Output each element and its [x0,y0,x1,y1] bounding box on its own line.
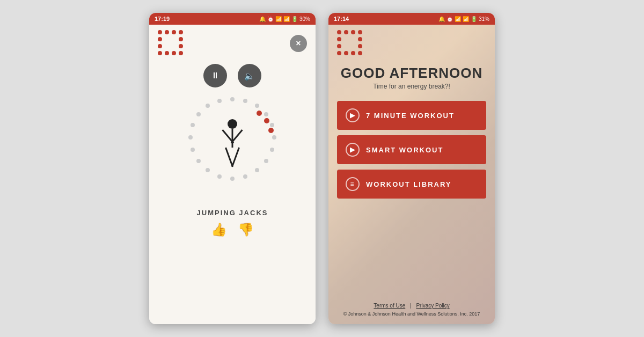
logo-dot [165,44,169,48]
app-logo-right [337,30,363,56]
svg-point-5 [272,135,276,140]
logo-dot [344,30,348,34]
greeting-subtitle: Time for an energy break?! [341,83,482,90]
seven-minute-workout-label: 7 MINUTE WORKOUT [366,112,455,120]
logo-dot [179,37,183,41]
logo-dot [179,51,183,55]
left-status-icons: 🔔 ⏰ 📶 📶 🔋 30% [259,16,310,22]
logo-dot [351,30,355,34]
logo-dot [172,37,176,41]
logo-dot [158,51,162,55]
logo-dot [158,37,162,41]
logo-dot [165,30,169,34]
thumbs-up-button[interactable]: 👍 [211,222,227,237]
greeting-section: GOOD AFTERNOON Time for an energy break?… [341,65,482,90]
logo-dot [358,44,362,48]
right-time: 17:14 [334,16,349,22]
list-icon: ≡ [346,177,360,191]
play-icon: ▶ [346,108,360,122]
thumbs-down-button[interactable]: 👎 [238,222,254,237]
workout-library-label: WORKOUT LIBRARY [366,180,452,188]
volume-button[interactable]: 🔈 [238,64,261,87]
svg-point-17 [196,112,201,116]
svg-point-4 [270,123,274,127]
svg-point-6 [270,148,274,152]
battery-level: 30% [299,16,310,22]
play-icon: ▶ [346,143,360,157]
logo-dot [351,37,355,41]
figure-head [228,119,237,129]
wifi-icon: 📶 [275,16,282,22]
logo-dot [158,44,162,48]
signal-icon: 📶 [283,16,290,22]
logo-dot [337,44,341,48]
svg-point-7 [264,159,268,163]
smart-workout-button[interactable]: ▶ SMART WORKOUT [337,135,486,164]
footer-separator: | [410,303,412,309]
svg-point-2 [255,104,259,108]
logo-dot [337,51,341,55]
wifi-icon: 📶 [455,16,461,22]
notification-icon: 🔔 [259,16,266,22]
svg-point-20 [257,111,262,116]
battery-icon: 🔋 [471,16,477,22]
right-status-icons: 🔔 ⏰ 📶 📶 🔋 31% [438,16,489,22]
notification-icon: 🔔 [438,16,445,22]
alarm-icon: ⏰ [447,16,453,22]
svg-point-8 [255,168,259,172]
logo-dot [344,51,348,55]
svg-point-19 [217,99,222,103]
workout-library-button[interactable]: ≡ WORKOUT LIBRARY [337,170,486,199]
smart-workout-label: SMART WORKOUT [366,146,443,154]
exercise-circle [179,95,286,202]
svg-point-18 [206,104,210,108]
rating-row: 👍 👎 [211,222,254,237]
logo-dot [351,51,355,55]
logo-dot [344,37,348,41]
playback-controls: ⏸ 🔈 [203,64,261,87]
right-phone: 17:14 🔔 ⏰ 📶 📶 🔋 31% [328,13,495,324]
exercise-name: JUMPING JACKS [197,209,268,217]
right-main-content: GOOD AFTERNOON Time for an energy break?… [328,25,495,324]
logo-dot [358,30,362,34]
svg-point-15 [188,135,193,140]
copyright: © Johnson & Johnson Health and Wellness … [343,311,480,318]
svg-point-3 [264,112,268,116]
privacy-link[interactable]: Privacy Policy [416,303,449,309]
left-content: × ⏸ 🔈 [149,25,316,324]
svg-point-16 [191,123,195,127]
menu-buttons: ▶ 7 MINUTE WORKOUT ▶ SMART WORKOUT ≡ WOR… [337,101,486,199]
svg-point-13 [196,159,201,163]
footer-links-row: Terms of Use | Privacy Policy [343,303,480,309]
terms-link[interactable]: Terms of Use [374,303,405,309]
logo-dot [358,37,362,41]
svg-point-12 [206,168,210,172]
logo-dot [165,51,169,55]
right-status-bar: 17:14 🔔 ⏰ 📶 📶 🔋 31% [328,13,495,25]
logo-dot [351,44,355,48]
figure-leg-right [231,147,240,167]
svg-point-1 [243,99,247,103]
app-logo [158,30,184,56]
battery-icon: 🔋 [291,16,298,22]
logo-dot [172,30,176,34]
svg-point-0 [230,97,235,101]
close-button[interactable]: × [290,35,307,52]
pause-button[interactable]: ⏸ [203,64,227,87]
logo-dot [179,44,183,48]
logo-dot [337,30,341,34]
logo-dot [165,37,169,41]
alarm-icon: ⏰ [267,16,274,22]
svg-point-14 [191,148,195,152]
right-top-row [337,30,486,56]
logo-dot [172,51,176,55]
seven-minute-workout-button[interactable]: ▶ 7 MINUTE WORKOUT [337,101,486,130]
stick-figure [216,119,248,178]
svg-point-21 [264,118,269,123]
footer: Terms of Use | Privacy Policy © Johnson … [343,303,480,318]
logo-dot [358,51,362,55]
logo-dot [344,44,348,48]
greeting-title: GOOD AFTERNOON [341,65,482,82]
left-status-bar: 17:19 🔔 ⏰ 📶 📶 🔋 30% [149,13,316,25]
logo-dot [179,30,183,34]
